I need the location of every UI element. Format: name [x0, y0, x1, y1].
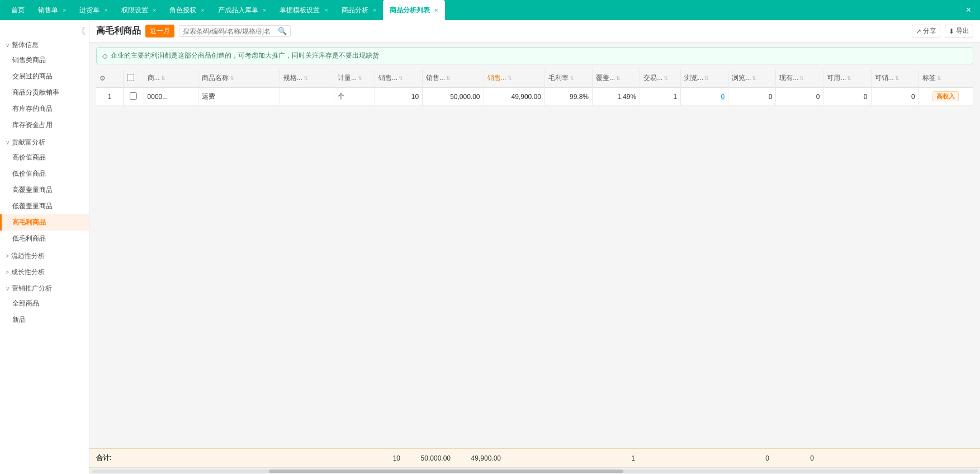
export-icon: ⬇ [949, 27, 954, 35]
sidebar-item-商品分贡献销率[interactable]: 商品分贡献销率 [0, 85, 89, 101]
footer-cells: 10 50,000.00 49,900.00 1 0 0 [130, 454, 973, 462]
cell-available: 0 [823, 88, 871, 106]
nav-tab-close-商品分析列表[interactable]: × [434, 7, 438, 13]
select-all-checkbox[interactable] [127, 74, 134, 81]
sidebar-item-交易过的商品[interactable]: 交易过的商品 [0, 68, 89, 85]
nav-tab-商品分析列表[interactable]: 商品分析列表× [383, 0, 444, 20]
footer-available: 0 [773, 454, 817, 462]
nav-tab-权限设置[interactable]: 权限设置× [115, 0, 163, 20]
th-browse1[interactable]: 浏览...⇅ [681, 69, 728, 88]
share-button[interactable]: ↗ 分享 [912, 25, 940, 37]
th-code[interactable]: 商...⇅ [144, 69, 198, 88]
th-sales-amt[interactable]: 销售...⇅ [423, 69, 484, 88]
data-table: ⚙ 商...⇅ 商品名称⇅ 规格...⇅ 计量...⇅ 销售...⇅ 销售...… [96, 69, 973, 106]
cell-tag: 高收入 [919, 88, 973, 106]
cell-spec [280, 88, 334, 106]
horizontal-scrollbar[interactable] [89, 467, 980, 474]
th-name[interactable]: 商品名称⇅ [198, 69, 280, 88]
cell-sellable: 0 [871, 88, 919, 106]
nav-tab-角色授权[interactable]: 角色授权× [163, 0, 211, 20]
sidebar-item-高价值商品[interactable]: 高价值商品 [0, 149, 89, 166]
sidebar-collapse-button[interactable]: 《 [75, 25, 87, 39]
sidebar-item-有库存的商品[interactable]: 有库存的商品 [0, 101, 89, 117]
sidebar-item-高覆盖量商品[interactable]: 高覆盖量商品 [0, 182, 89, 198]
nav-tab-商品分析[interactable]: 商品分析× [335, 0, 383, 20]
th-gross-rate[interactable]: 毛利率⇅ [545, 69, 592, 88]
sidebar: 《 ∨整体信息销售类商品交易过的商品商品分贡献销率有库存的商品库存资金占用∨贡献… [0, 20, 89, 474]
cell-code: 0000... [144, 88, 198, 106]
th-browse2[interactable]: 浏览...⇅ [728, 69, 776, 88]
footer-sales-amt: 50,000.00 [404, 454, 454, 462]
cell-browse2: 0 [728, 88, 776, 106]
sidebar-group-贡献富分析[interactable]: ∨贡献富分析 [0, 133, 89, 149]
th-sales-qty[interactable]: 销售...⇅ [375, 69, 422, 88]
nav-tab-close-商品分析[interactable]: × [373, 7, 376, 13]
cell-num: 1 [96, 88, 124, 106]
sidebar-item-低毛利商品[interactable]: 低毛利商品 [0, 231, 89, 247]
scrollbar-thumb[interactable] [269, 470, 623, 473]
content-header: 高毛利商品 近一月 🔍 ↗ 分享 ⬇ 导出 [89, 20, 980, 43]
th-current[interactable]: 现有...⇅ [776, 69, 823, 88]
cell-gross-rate: 99.8% [545, 88, 592, 106]
th-sellable[interactable]: 可销...⇅ [871, 69, 919, 88]
search-input[interactable] [183, 27, 276, 35]
footer-total-label: 合计: [96, 453, 130, 463]
nav-tab-进货单[interactable]: 进货单× [73, 0, 114, 20]
info-text: 企业的主要的利润都是这部分商品创造的，可考虑加大推广，同时关注库存是不要出现缺货 [111, 51, 379, 60]
top-navigation: 首页销售单×进货单×权限设置×角色授权×产成品入库单×单据模板设置×商品分析×商… [0, 0, 980, 20]
th-available[interactable]: 可用...⇅ [823, 69, 871, 88]
nav-tab-首页[interactable]: 首页 [4, 0, 31, 20]
nav-tab-close-产成品入库单[interactable]: × [263, 7, 266, 13]
sidebar-item-全部商品[interactable]: 全部商品 [0, 295, 89, 312]
th-unit[interactable]: 计量...⇅ [334, 69, 375, 88]
table-header-row: ⚙ 商...⇅ 商品名称⇅ 规格...⇅ 计量...⇅ 销售...⇅ 销售...… [96, 69, 973, 88]
time-filter-button[interactable]: 近一月 [145, 25, 174, 37]
footer-current: 0 [728, 454, 773, 462]
th-settings[interactable]: ⚙ [96, 69, 124, 88]
th-checkbox[interactable] [124, 69, 144, 88]
sidebar-item-低价值商品[interactable]: 低价值商品 [0, 166, 89, 182]
nav-tab-销售单[interactable]: 销售单× [31, 0, 73, 20]
cell-check[interactable] [124, 88, 144, 106]
sidebar-item-库存资金占用[interactable]: 库存资金占用 [0, 117, 89, 133]
sidebar-item-低覆盖量商品[interactable]: 低覆盖量商品 [0, 198, 89, 214]
cell-current: 0 [776, 88, 823, 106]
sidebar-item-新品[interactable]: 新品 [0, 312, 89, 328]
th-cover[interactable]: 覆盖...⇅ [593, 69, 640, 88]
table-wrapper: ⚙ 商...⇅ 商品名称⇅ 规格...⇅ 计量...⇅ 销售...⇅ 销售...… [96, 69, 973, 448]
search-box: 🔍 [179, 25, 291, 37]
nav-tab-close-销售单[interactable]: × [63, 7, 66, 13]
sidebar-group-成长性分析[interactable]: >成长性分析 [0, 263, 89, 279]
footer-bar: 合计: 10 50,000.00 49,900.00 1 0 0 [89, 448, 980, 467]
cell-sales-amt: 50,000.00 [423, 88, 484, 106]
nav-tab-close-单据模板设置[interactable]: × [324, 7, 328, 13]
cell-cover: 1.49% [593, 88, 640, 106]
cell-sales-qty: 10 [375, 88, 422, 106]
export-button[interactable]: ⬇ 导出 [945, 25, 973, 37]
sidebar-group-流趋性分析[interactable]: >流趋性分析 [0, 247, 89, 263]
info-icon: ◇ [102, 52, 107, 60]
footer-sales-qty: 10 [359, 454, 404, 462]
sidebar-item-销售类商品[interactable]: 销售类商品 [0, 52, 89, 68]
main-layout: 《 ∨整体信息销售类商品交易过的商品商品分贡献销率有库存的商品库存资金占用∨贡献… [0, 20, 980, 474]
close-all-button[interactable]: × [962, 5, 976, 15]
search-icon[interactable]: 🔍 [278, 27, 287, 35]
nav-tab-产成品入库单[interactable]: 产成品入库单× [211, 0, 273, 20]
cell-unit: 个 [334, 88, 375, 106]
table-row: 1 0000... 运费 个 10 50,000.00 49,900.00 99… [96, 88, 973, 106]
nav-tab-单据模板设置[interactable]: 单据模板设置× [273, 0, 334, 20]
share-icon: ↗ [916, 27, 921, 35]
nav-tab-close-权限设置[interactable]: × [153, 7, 156, 13]
nav-tab-close-角色授权[interactable]: × [201, 7, 204, 13]
cell-name: 运费 [198, 88, 280, 106]
th-tag[interactable]: 标签⇅ [919, 69, 973, 88]
cell-trade: 1 [640, 88, 681, 106]
cell-browse1[interactable]: 0 [681, 88, 728, 106]
th-sales-cost[interactable]: 销售...⇅ [484, 69, 545, 88]
page-title: 高毛利商品 [96, 25, 141, 37]
sidebar-group-营销推广分析[interactable]: ∨营销推广分析 [0, 279, 89, 295]
nav-tab-close-进货单[interactable]: × [104, 7, 107, 13]
th-trade[interactable]: 交易...⇅ [640, 69, 681, 88]
sidebar-item-高毛利商品[interactable]: 高毛利商品 [0, 214, 89, 231]
th-spec[interactable]: 规格...⇅ [280, 69, 334, 88]
